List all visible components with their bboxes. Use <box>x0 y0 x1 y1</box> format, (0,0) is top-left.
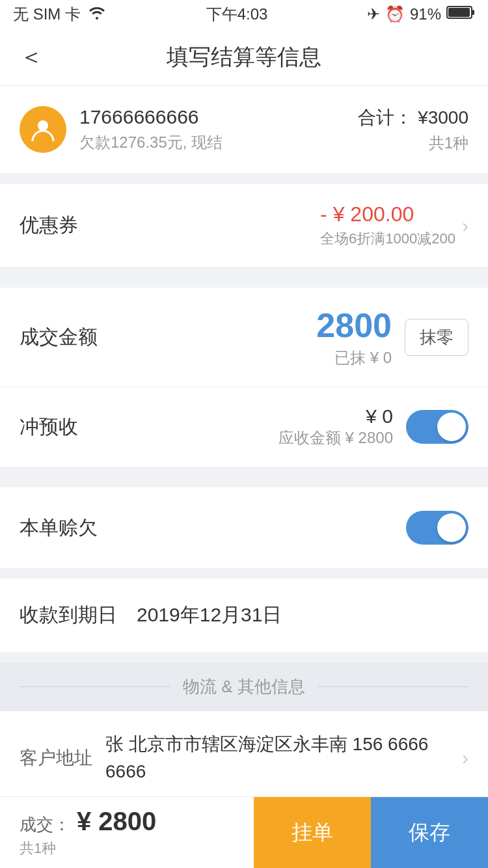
prepay-label: 冲预收 <box>20 414 78 441</box>
customer-debt: 欠款1276.35元, 现结 <box>79 132 223 153</box>
prepay-due: 应收金额 ¥ 2800 <box>278 427 393 448</box>
bottom-amount: ¥ 2800 <box>77 807 156 836</box>
duedate-value: 2019年12月31日 <box>137 602 282 629</box>
total-count: 共1种 <box>358 133 468 154</box>
wifi-icon <box>87 5 107 23</box>
location-icon: ✈ <box>367 5 380 23</box>
prepay-toggle[interactable] <box>406 410 468 444</box>
customer-total: 合计： ¥3000 共1种 <box>358 105 468 154</box>
debt-toggle[interactable] <box>406 511 468 545</box>
back-button[interactable]: ＜ <box>20 41 43 73</box>
divider-line-left <box>20 686 170 687</box>
svg-point-3 <box>38 120 48 131</box>
bottom-label: 成交： <box>20 813 70 836</box>
svg-rect-2 <box>448 8 470 17</box>
prepay-row: 冲预收 ¥ 0 应收金额 ¥ 2800 <box>0 387 488 467</box>
total-label: 合计： <box>358 107 413 128</box>
section-divider: 物流 & 其他信息 <box>0 662 488 711</box>
alarm-icon: ⏰ <box>385 5 405 23</box>
total-amount: ¥3000 <box>418 107 468 128</box>
prepay-amount: ¥ 0 <box>278 405 393 427</box>
status-right: ✈ ⏰ 91% <box>367 5 475 23</box>
transaction-row: 成交金额 2800 已抹 ¥ 0 抹零 <box>0 288 488 387</box>
divider-text: 物流 & 其他信息 <box>183 675 305 698</box>
round-button[interactable]: 抹零 <box>405 319 468 356</box>
duedate-label: 收款到期日 <box>20 602 117 629</box>
bottom-bar: 成交： ¥ 2800 共1种 挂单 保存 <box>0 796 488 868</box>
battery-icon <box>446 5 475 23</box>
separator-2 <box>0 477 488 487</box>
bottom-summary: 成交： ¥ 2800 共1种 <box>0 807 254 858</box>
status-bar: 无 SIM 卡 下午4:03 ✈ ⏰ 91% <box>0 0 488 29</box>
address-value: 张 北京市市辖区海淀区永丰南 156 6666 6666 <box>105 731 449 785</box>
avatar <box>20 106 66 153</box>
chevron-right-icon: › <box>462 215 468 237</box>
coupon-label: 优惠券 <box>20 212 78 239</box>
separator-1 <box>0 277 488 288</box>
address-label: 客户地址 <box>20 746 92 770</box>
hold-button[interactable]: 挂单 <box>254 797 371 869</box>
battery-text: 91% <box>410 5 441 23</box>
transaction-amount: 2800 <box>316 306 392 345</box>
divider-line-right <box>318 686 468 687</box>
save-button[interactable]: 保存 <box>371 797 488 869</box>
coupon-row[interactable]: 优惠券 - ¥ 200.00 全场6折满1000减200 › <box>0 183 488 267</box>
coupon-amount: - ¥ 200.00 <box>320 202 455 226</box>
nav-bar: ＜ 填写结算等信息 <box>0 29 488 86</box>
main-content: 17666666666 欠款1276.35元, 现结 合计： ¥3000 共1种… <box>0 86 488 868</box>
customer-phone: 17666666666 <box>79 106 223 128</box>
address-chevron-icon: › <box>462 747 468 769</box>
page-title: 填写结算等信息 <box>167 42 321 72</box>
transaction-card: 成交金额 2800 已抹 ¥ 0 抹零 冲预收 ¥ 0 应收金额 ¥ 2800 <box>0 288 488 467</box>
status-time: 下午4:03 <box>206 4 268 25</box>
debt-label: 本单赊欠 <box>20 515 98 541</box>
transaction-sub: 已抹 ¥ 0 <box>316 347 392 368</box>
bottom-count: 共1种 <box>20 839 234 858</box>
sim-status: 无 SIM 卡 <box>13 4 81 25</box>
debt-row: 本单赊欠 <box>0 487 488 568</box>
customer-row: 17666666666 欠款1276.35元, 现结 合计： ¥3000 共1种 <box>0 86 488 173</box>
status-left: 无 SIM 卡 <box>13 4 107 25</box>
total-label-row: 合计： ¥3000 <box>358 105 468 130</box>
duedate-row: 收款到期日 2019年12月31日 <box>0 578 488 652</box>
svg-rect-1 <box>472 10 474 15</box>
coupon-desc: 全场6折满1000减200 <box>320 229 455 249</box>
address-row[interactable]: 客户地址 张 北京市市辖区海淀区永丰南 156 6666 6666 › <box>0 711 488 805</box>
transaction-label: 成交金额 <box>20 324 98 351</box>
